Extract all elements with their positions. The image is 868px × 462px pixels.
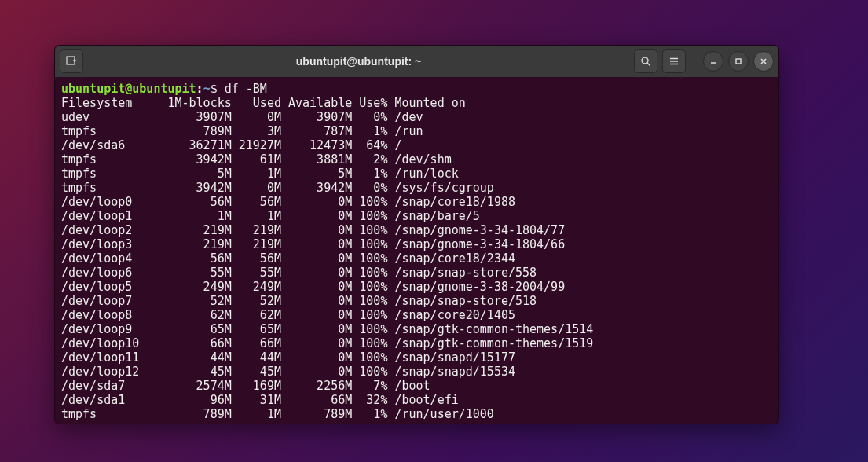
terminal-window: ubuntupit@ubuntupit: ~ <box>54 45 779 424</box>
titlebar: ubuntupit@ubuntupit: ~ <box>55 46 778 77</box>
df-row: udev 3907M 0M 3907M 0% /dev <box>61 110 423 124</box>
df-row: /dev/loop1 1M 1M 0M 100% /snap/bare/5 <box>61 209 480 223</box>
df-row: /dev/loop10 66M 66M 0M 100% /snap/gtk-co… <box>61 336 593 350</box>
df-row: /dev/loop6 55M 55M 0M 100% /snap/snap-st… <box>61 266 537 280</box>
df-row: /dev/loop12 45M 45M 0M 100% /snap/snapd/… <box>61 365 515 379</box>
df-row: /dev/loop3 219M 219M 0M 100% /snap/gnome… <box>61 237 565 251</box>
svg-line-4 <box>647 63 650 66</box>
minimize-icon <box>709 57 718 66</box>
df-row: /dev/loop5 249M 249M 0M 100% /snap/gnome… <box>61 280 565 294</box>
df-row: tmpfs 789M 3M 787M 1% /run <box>61 124 423 138</box>
df-row: /dev/loop2 219M 219M 0M 100% /snap/gnome… <box>61 223 565 237</box>
df-row: /dev/sda7 2574M 169M 2256M 7% /boot <box>61 379 430 393</box>
new-tab-icon <box>66 56 77 67</box>
df-row: /dev/loop9 65M 65M 0M 100% /snap/gtk-com… <box>61 322 593 336</box>
df-row: tmpfs 3942M 0M 3942M 0% /sys/fs/cgroup <box>61 181 494 195</box>
svg-point-3 <box>642 57 648 64</box>
df-row: tmpfs 5M 1M 5M 1% /run/lock <box>61 167 459 181</box>
df-row: tmpfs 789M 1M 789M 1% /run/user/1000 <box>61 407 494 421</box>
close-icon <box>759 57 768 66</box>
df-row: tmpfs 3942M 61M 3881M 2% /dev/shm <box>61 152 452 167</box>
df-row: /dev/loop11 44M 44M 0M 100% /snap/snapd/… <box>61 350 515 365</box>
search-button[interactable] <box>634 50 657 73</box>
df-row: /dev/loop7 52M 52M 0M 100% /snap/snap-st… <box>61 294 537 308</box>
prompt-path: ~ <box>203 82 211 96</box>
maximize-icon <box>734 57 743 66</box>
close-button[interactable] <box>753 51 774 72</box>
df-row: /dev/loop4 56M 56M 0M 100% /snap/core18/… <box>61 251 515 266</box>
command-text: df -BM <box>225 82 267 96</box>
df-row: /dev/loop0 56M 56M 0M 100% /snap/core18/… <box>61 195 515 209</box>
menu-button[interactable] <box>662 50 686 73</box>
df-row: /dev/sda6 36271M 21927M 12473M 64% / <box>61 138 401 152</box>
df-row: /dev/loop8 62M 62M 0M 100% /snap/core20/… <box>61 308 515 322</box>
df-header: Filesystem 1M-blocks Used Available Use%… <box>61 96 466 110</box>
new-tab-button[interactable] <box>60 50 83 73</box>
prompt-colon: : <box>196 82 203 96</box>
df-row: /dev/sda1 96M 31M 66M 32% /boot/efi <box>61 393 459 407</box>
search-icon <box>640 56 651 67</box>
hamburger-icon <box>668 56 679 67</box>
minimize-button[interactable] <box>703 51 723 72</box>
prompt-user-host: ubuntupit@ubuntupit <box>61 82 196 96</box>
terminal-output[interactable]: ubuntupit@ubuntupit:~$ df -BM Filesystem… <box>55 77 778 424</box>
prompt-dollar: $ <box>211 82 218 96</box>
svg-rect-9 <box>736 59 741 64</box>
window-title: ubuntupit@ubuntupit: ~ <box>296 55 421 68</box>
maximize-button[interactable] <box>728 51 749 72</box>
